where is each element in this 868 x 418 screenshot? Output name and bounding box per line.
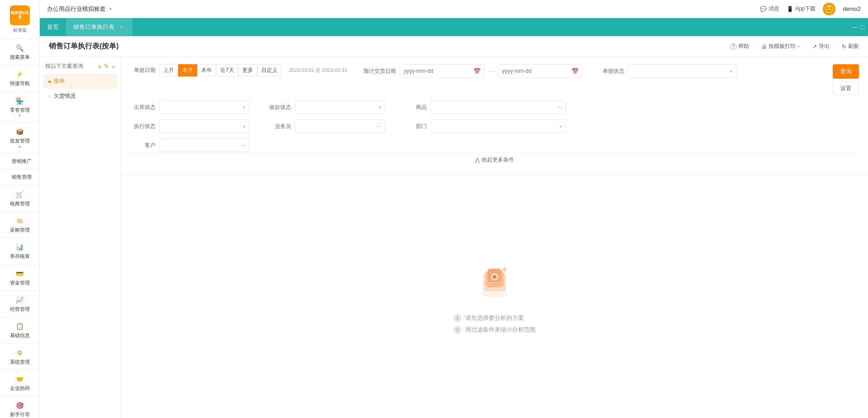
left-panel-icons: + ✎ « xyxy=(98,63,115,70)
step-2-num: 2 xyxy=(453,326,462,334)
sidebar-item-sales-mgmt[interactable]: 销售管理 xyxy=(0,169,39,185)
this-month-btn[interactable]: 本月 xyxy=(178,64,197,76)
sidebar-item-retail-mgmt[interactable]: 🏪 零售管理 ▾ xyxy=(0,92,39,123)
edit-scheme-btn[interactable]: ✎ xyxy=(104,63,109,70)
tab-minimize-btn[interactable]: ─ xyxy=(853,24,857,31)
query-btn-group: 查询 设置 xyxy=(833,64,859,95)
product-field[interactable] xyxy=(434,104,556,110)
date-filter-group: 单据日期 上月 本月 本年 近7天 更多 自定义 2023-03-01 至 20… xyxy=(130,64,347,76)
filter-row-1: 单据日期 上月 本月 本年 近7天 更多 自定义 2023-03-01 至 20… xyxy=(130,64,859,95)
customer-field[interactable] xyxy=(163,142,239,148)
sidebar-search-menu-label: 搜索菜单 xyxy=(10,54,30,60)
delivery-status-select[interactable]: ▾ xyxy=(159,100,250,114)
filter-row-3: 执行状态 ▾ 业务员 ··· xyxy=(130,119,859,133)
salesperson-field[interactable] xyxy=(299,123,375,129)
collapse-more-conditions-btn[interactable]: ⋀ 收起更多条件 xyxy=(475,156,514,164)
right-content: 单据日期 上月 本月 本年 近7天 更多 自定义 2023-03-01 至 20… xyxy=(121,57,868,418)
customer-input[interactable]: ··· xyxy=(159,138,250,152)
collapse-panel-btn[interactable]: « xyxy=(112,63,115,70)
product-input[interactable]: ··· xyxy=(430,100,566,114)
sidebar-item-ops-mgmt[interactable]: 📈 经营管理 xyxy=(0,291,39,317)
top-header: 办公用品行业模拟账套 ▾ 💬 消息 📱 App下载 😊 demo2 xyxy=(40,0,868,18)
exec-status-arrow-icon: ▾ xyxy=(243,124,245,129)
sidebar-item-search-menu[interactable]: 🔍 搜索菜单 xyxy=(0,39,39,65)
scheme-item-debt-detail[interactable]: ○ 欠货情况 xyxy=(43,89,117,104)
tab-home[interactable]: 首页 xyxy=(40,18,66,36)
app-download-btn[interactable]: 📱 App下载 xyxy=(787,5,816,13)
sidebar-item-inventory[interactable]: 📊 库存核算 xyxy=(0,238,39,264)
add-scheme-btn[interactable]: + xyxy=(98,63,101,70)
by-order-icon: ● xyxy=(48,78,51,85)
inventory-icon: 📊 xyxy=(15,242,24,252)
exec-status-label: 执行状态 xyxy=(130,123,156,130)
calendar-start-icon[interactable]: 📅 xyxy=(473,68,481,75)
sys-icon: ⚙ xyxy=(15,348,24,357)
tab-bar: 首页 销售订单执行表 × ─ □ xyxy=(40,18,868,36)
customer-group: 客户 ··· xyxy=(130,138,250,152)
sidebar-item-basic-info[interactable]: 📋 基础信息 xyxy=(0,317,39,343)
product-more-icon[interactable]: ··· xyxy=(557,104,562,110)
export-btn[interactable]: ↗ 导出 xyxy=(812,43,830,50)
header-title: 办公用品行业模拟账套 xyxy=(47,5,106,13)
finance-icon: 💳 xyxy=(15,269,24,278)
ecommerce-icon: 🛒 xyxy=(15,190,24,199)
more-date-btn[interactable]: 更多 xyxy=(238,64,257,76)
last-month-btn[interactable]: 上月 xyxy=(159,64,178,76)
calendar-end-icon[interactable]: 📅 xyxy=(571,68,579,75)
quick-nav-icon: ⚡ xyxy=(15,70,24,79)
expected-date-start-input[interactable]: 📅 xyxy=(400,64,485,78)
exec-status-select[interactable]: ▾ xyxy=(159,119,250,133)
doc-status-select[interactable]: ▾ xyxy=(628,64,736,78)
query-btn[interactable]: 查询 xyxy=(833,64,859,79)
tab-close-btn[interactable]: × xyxy=(118,24,125,31)
delivery-arrow-icon: ▾ xyxy=(243,105,245,110)
header-right-area: 💬 消息 📱 App下载 😊 demo2 xyxy=(760,3,861,15)
refresh-btn[interactable]: ↻ 刷新 xyxy=(842,43,859,50)
sidebar-item-sys-mgmt[interactable]: ⚙ 系统管理 xyxy=(0,344,39,370)
dept-group: 部门 ▾ xyxy=(401,119,859,133)
sidebar-item-newbie[interactable]: 🎯 新手引导 xyxy=(0,396,39,418)
date-label: 单据日期 xyxy=(130,66,156,74)
product-group: 商品 ··· xyxy=(401,100,859,114)
message-btn[interactable]: 💬 消息 xyxy=(760,5,779,13)
help-btn[interactable]: ? 帮助 xyxy=(730,43,749,50)
tab-maximize-btn[interactable]: □ xyxy=(861,24,864,31)
salesperson-more-icon[interactable]: ··· xyxy=(377,123,381,129)
payment-status-select[interactable]: ▾ xyxy=(295,100,385,114)
collapse-bar: ⋀ 收起更多条件 xyxy=(130,152,859,167)
salesperson-input[interactable]: ··· xyxy=(295,119,385,133)
expected-date-start-field[interactable] xyxy=(404,68,472,74)
sidebar-item-quick-nav[interactable]: ⚡ 快捷导航 xyxy=(0,65,39,91)
template-print-btn[interactable]: 🖨 按模板打印 ▾ xyxy=(761,43,800,50)
empty-state-icon xyxy=(472,260,517,305)
sidebar-item-finance[interactable]: 💳 资金管理 xyxy=(0,265,39,291)
dept-select[interactable]: ▾ xyxy=(430,119,566,133)
empty-steps: 1 请先选择要分析的方案 2 用过滤条件来缩小分析范围 xyxy=(453,314,536,334)
sidebar-item-ecommerce[interactable]: 🛒 电商管理 xyxy=(0,185,39,212)
dept-label: 部门 xyxy=(401,123,427,130)
empty-step-2: 2 用过滤条件来缩小分析范围 xyxy=(453,326,536,334)
last-7days-btn[interactable]: 近7天 xyxy=(216,64,238,76)
sidebar-item-marketing[interactable]: 营销推广 xyxy=(0,153,39,169)
expected-date-end-input[interactable]: 📅 xyxy=(498,64,583,78)
sidebar-item-purchase[interactable]: 🛍 采购管理 xyxy=(0,212,39,238)
delivery-status-group: 出库状态 ▾ xyxy=(130,100,250,114)
scheme-item-by-order[interactable]: ● 按单 xyxy=(43,74,117,89)
custom-date-btn[interactable]: 自定义 xyxy=(257,64,282,76)
header-dropdown-btn[interactable]: ▾ xyxy=(109,6,112,11)
retail-icon: 🏪 xyxy=(15,96,24,105)
header-title-area: 办公用品行业模拟账套 ▾ xyxy=(47,5,112,13)
expected-date-end-field[interactable] xyxy=(502,68,570,74)
wholesale-arrow-icon: ▴ xyxy=(19,144,21,148)
customer-more-icon[interactable]: ··· xyxy=(241,142,245,148)
sidebar-item-wholesale-mgmt[interactable]: 📦 批发管理 ▴ xyxy=(0,123,39,153)
salesperson-label: 业务员 xyxy=(266,123,291,130)
filter-row-2: 出库状态 ▾ 收款状态 ▾ xyxy=(130,100,859,114)
user-avatar[interactable]: 😊 xyxy=(823,3,835,15)
page-actions: ? 帮助 | 🖨 按模板打印 ▾ | ↗ 导出 | ↻ 刷新 xyxy=(730,43,859,50)
main-area: 办公用品行业模拟账套 ▾ 💬 消息 📱 App下载 😊 demo2 首页 销售订… xyxy=(40,0,868,418)
this-year-btn[interactable]: 本年 xyxy=(197,64,216,76)
settings-btn[interactable]: 设置 xyxy=(833,81,859,95)
sidebar-item-corp-collab[interactable]: 🤝 企业协同 xyxy=(0,370,39,396)
tab-sales-order-exec[interactable]: 销售订单执行表 × xyxy=(66,18,132,36)
